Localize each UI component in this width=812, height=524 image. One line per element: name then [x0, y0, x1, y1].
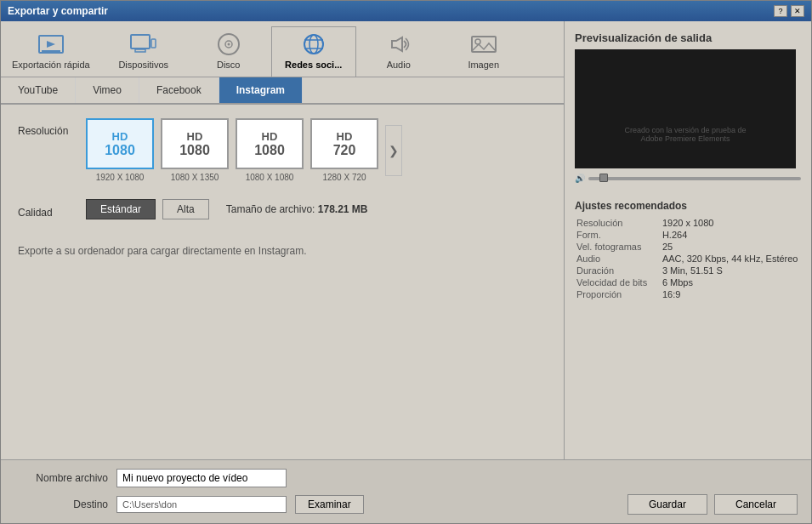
bottom-bar: Nombre archivo Destino C:\Users\don Exam… — [1, 459, 811, 523]
res-hd-4: HD — [337, 130, 353, 143]
settings-value: 25 — [661, 241, 801, 253]
res-num-1: 1080 — [105, 143, 135, 158]
social-tab-instagram[interactable]: Instagram — [219, 77, 303, 103]
right-panel: Previsualización de salida Creado con la… — [565, 21, 811, 459]
tab-label-dispositivos: Dispositivos — [118, 60, 168, 70]
destination-row: Destino C:\Users\don Examinar Guardar Ca… — [14, 494, 798, 515]
res-num-2: 1080 — [179, 143, 210, 158]
content-area: Resolución HD 1080 1920 X 1080 HD — [1, 105, 564, 459]
res-num-3: 1080 — [254, 143, 285, 158]
res-card-1080x1080[interactable]: HD 1080 1080 X 1080 — [236, 118, 304, 182]
svg-rect-5 — [151, 39, 156, 48]
redes-sociales-icon — [300, 32, 327, 56]
tab-disco[interactable]: Disco — [186, 26, 271, 77]
settings-key: Velocidad de bits — [575, 276, 661, 288]
svg-rect-4 — [135, 49, 145, 52]
filename-row: Nombre archivo — [14, 469, 798, 487]
social-tab-instagram-label: Instagram — [236, 84, 285, 96]
save-button[interactable]: Guardar — [627, 494, 707, 515]
settings-row: Resolución1920 x 1080 — [575, 217, 801, 229]
dialog: Exportar y compartir ? ✕ Exportación rá — [0, 0, 812, 524]
settings-row: Velocidad de bits6 Mbps — [575, 276, 801, 288]
main-content: Exportación rápida Dispositivos — [1, 21, 811, 459]
social-tab-facebook[interactable]: Facebook — [139, 77, 219, 103]
tab-redes-sociales[interactable]: Redes soci... — [271, 26, 356, 77]
top-tabs: Exportación rápida Dispositivos — [1, 21, 564, 77]
file-size-value: 178.21 MB — [318, 203, 368, 215]
tab-imagen[interactable]: Imagen — [441, 26, 526, 77]
settings-key: Duración — [575, 265, 661, 276]
res-card-1920x1080[interactable]: HD 1080 1920 X 1080 — [86, 118, 154, 182]
slider-track[interactable] — [588, 177, 801, 180]
settings-table: Resolución1920 x 1080Form.H.264Vel. foto… — [575, 217, 801, 300]
browse-button[interactable]: Examinar — [295, 495, 364, 514]
res-card-1080x1350[interactable]: HD 1080 1080 X 1350 — [161, 118, 229, 182]
res-hd-3: HD — [262, 130, 278, 143]
close-button[interactable]: ✕ — [791, 5, 804, 17]
tab-audio[interactable]: Audio — [356, 26, 441, 77]
resolution-arrow-right[interactable]: ❯ — [385, 125, 402, 176]
svg-point-8 — [227, 43, 230, 46]
res-caption-4: 1280 X 720 — [322, 173, 366, 182]
tab-exportacion-rapida[interactable]: Exportación rápida — [1, 26, 101, 77]
resolution-label: Resolución — [18, 118, 86, 137]
slider-thumb — [599, 174, 608, 182]
destination-path: C:\Users\don — [116, 496, 287, 513]
tab-label-audio: Audio — [387, 60, 411, 70]
social-tab-vimeo-label: Vimeo — [93, 84, 122, 96]
file-size-info: Tamaño de archivo: 178.21 MB — [226, 203, 368, 215]
window-title: Exportar y compartir — [8, 5, 108, 17]
disco-icon — [215, 32, 242, 56]
quality-options: Estándar Alta — [86, 199, 209, 219]
res-hd-2: HD — [187, 130, 203, 143]
social-tab-vimeo[interactable]: Vimeo — [76, 77, 139, 103]
social-tab-youtube-label: YouTube — [18, 84, 58, 96]
settings-key: Resolución — [575, 217, 661, 229]
dispositivos-icon — [130, 32, 157, 56]
tab-label-imagen: Imagen — [468, 60, 499, 70]
file-size-label: Tamaño de archivo: — [226, 203, 315, 215]
tab-dispositivos[interactable]: Dispositivos — [101, 26, 186, 77]
audio-icon — [385, 32, 412, 56]
svg-marker-13 — [392, 37, 402, 51]
tab-label-disco: Disco — [217, 60, 241, 70]
settings-title: Ajustes recomendados — [575, 200, 801, 212]
filename-input[interactable] — [116, 469, 287, 487]
title-bar: Exportar y compartir ? ✕ — [1, 1, 811, 21]
preview-watermark: Creado con la versión de prueba de Adobe… — [624, 126, 746, 143]
settings-row: Form.H.264 — [575, 229, 801, 241]
svg-point-10 — [309, 35, 318, 54]
svg-rect-3 — [131, 35, 150, 48]
cancel-button[interactable]: Cancelar — [714, 494, 798, 515]
quality-label: Calidad — [18, 200, 86, 219]
title-bar-controls: ? ✕ — [774, 5, 804, 17]
preview-slider[interactable]: 🔊 — [575, 174, 801, 183]
res-caption-1: 1920 X 1080 — [96, 173, 145, 182]
social-tabs: YouTube Vimeo Facebook Instagram — [1, 77, 564, 105]
settings-value: H.264 — [661, 229, 801, 241]
settings-key: Vel. fotogramas — [575, 241, 661, 253]
exportacion-rapida-icon — [37, 32, 65, 56]
settings-key: Audio — [575, 253, 661, 265]
settings-value: 3 Min, 51.51 S — [661, 265, 801, 276]
tab-label-exportacion: Exportación rápida — [12, 60, 90, 70]
social-tab-youtube[interactable]: YouTube — [1, 77, 76, 103]
settings-row: Vel. fotogramas25 — [575, 241, 801, 253]
res-card-1280x720[interactable]: HD 720 1280 X 720 — [310, 118, 378, 182]
settings-row: Duración3 Min, 51.51 S — [575, 265, 801, 276]
res-num-4: 720 — [333, 143, 356, 158]
preview-title: Previsualización de salida — [575, 31, 801, 44]
quality-section: Calidad Estándar Alta Tamaño de archivo:… — [18, 199, 547, 219]
quality-btn-estandar[interactable]: Estándar — [86, 199, 156, 219]
social-tab-facebook-label: Facebook — [156, 84, 202, 96]
filename-label: Nombre archivo — [14, 472, 108, 484]
quality-btn-alta[interactable]: Alta — [162, 199, 209, 219]
svg-point-15 — [475, 39, 480, 44]
left-panel: Exportación rápida Dispositivos — [1, 21, 565, 459]
svg-point-9 — [304, 35, 323, 54]
settings-value: 1920 x 1080 — [661, 217, 801, 229]
help-button[interactable]: ? — [774, 5, 787, 17]
res-card-box-1: HD 1080 — [86, 118, 154, 169]
slider-left-icon: 🔊 — [575, 174, 585, 183]
settings-value: 16:9 — [661, 288, 801, 300]
